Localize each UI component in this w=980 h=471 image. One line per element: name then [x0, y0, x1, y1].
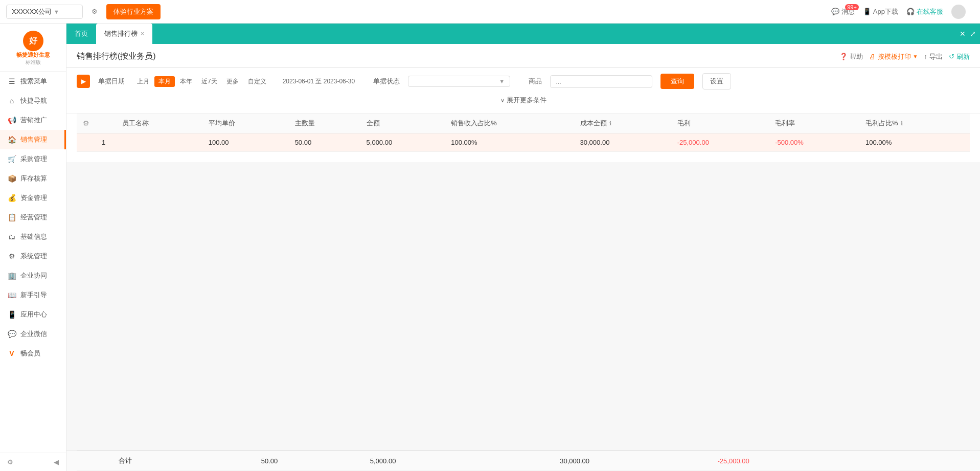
- tab-close-window-icon[interactable]: ✕: [960, 30, 966, 38]
- sidebar-item-member[interactable]: V 畅会员: [0, 344, 66, 363]
- table-header-row: ⚙ 员工名称 平均单价 主数量 全额 销售收入占比% 成本全额: [77, 114, 970, 133]
- sidebar-item-wechat[interactable]: 💬 企业微信: [0, 324, 66, 344]
- help-icon: ❓: [839, 53, 848, 60]
- table-gear-icon[interactable]: ⚙: [83, 119, 89, 127]
- tab-home[interactable]: 首页: [66, 24, 96, 44]
- online-service-button[interactable]: 🎧 在线客服: [906, 7, 943, 16]
- inventory-icon: 📦: [7, 174, 16, 183]
- col-gross: 毛利: [671, 114, 769, 133]
- footer-gross-rate: [877, 451, 923, 471]
- settings-icon[interactable]: ⚙: [87, 4, 102, 19]
- goods-ellipsis: ...: [556, 78, 561, 85]
- footer-sales-pct: [508, 451, 554, 471]
- sidebar-item-base[interactable]: 🗂 基础信息: [0, 227, 66, 246]
- template-print-label: 按模板打印: [878, 52, 911, 61]
- panel-actions: ❓ 帮助 🖨 按模板打印 ▼ ↑ 导出: [839, 52, 970, 61]
- col-name: 员工名称: [116, 114, 202, 133]
- cost-info-icon[interactable]: ℹ: [609, 120, 611, 126]
- date-tab-more[interactable]: 更多: [222, 76, 243, 87]
- collapse-icon[interactable]: ◀: [54, 458, 59, 466]
- table-settings-button[interactable]: 设置: [702, 73, 731, 89]
- col-settings: ⚙: [77, 114, 96, 133]
- refresh-icon: ↺: [949, 53, 954, 60]
- sidebar-item-wechat-label: 企业微信: [20, 329, 47, 339]
- tab-close-icon[interactable]: ×: [141, 30, 144, 37]
- guide-icon: 📖: [7, 291, 16, 299]
- sidebar-item-marketing[interactable]: 📢 营销推广: [0, 110, 66, 130]
- sidebar-item-marketing-label: 营销推广: [20, 116, 47, 125]
- message-button[interactable]: 💬 消息 99+: [831, 7, 855, 16]
- marketing-icon: 📢: [7, 116, 16, 124]
- main-area: 好 畅捷通好生意 标准版 ☰ 搜索菜单 ⌂ 快捷导航 📢 营销推广 🏠 销售管理: [0, 24, 980, 471]
- date-tabs: 上月 本月 本年 近7天 更多 自定义: [133, 76, 270, 87]
- filter-bar: ▶ 单据日期 上月 本月 本年 近7天 更多 自定义 202: [66, 68, 980, 113]
- date-tab-this-month[interactable]: 本月: [154, 76, 175, 87]
- footer-empty-settings: [77, 451, 92, 471]
- date-tab-last-month[interactable]: 上月: [133, 76, 153, 87]
- phone-icon: 📱: [863, 8, 871, 15]
- date-tab-7days[interactable]: 近7天: [197, 76, 221, 87]
- template-print-button[interactable]: 🖨 按模板打印 ▼: [869, 52, 918, 61]
- refresh-button[interactable]: ↺ 刷新: [949, 52, 970, 61]
- date-range: 2023-06-01 至 2023-06-30: [283, 77, 355, 86]
- sidebar-item-operation[interactable]: 📋 经营管理: [0, 208, 66, 227]
- date-tab-this-year[interactable]: 本年: [176, 76, 196, 87]
- row-name: [116, 133, 202, 152]
- help-button[interactable]: ❓ 帮助: [839, 52, 863, 61]
- footer-quantity: 50.00: [255, 451, 364, 471]
- sidebar-item-purchase[interactable]: 🛒 采购管理: [0, 149, 66, 169]
- sidebar-item-search[interactable]: ☰ 搜索菜单: [0, 72, 66, 91]
- sidebar-logo-sub: 标准版: [26, 59, 41, 66]
- tab-expand-icon[interactable]: ⤢: [970, 30, 976, 38]
- footer-table: 合计 50.00 5,000.00 30,000.00 -25,000.00: [77, 451, 970, 471]
- sidebar-item-capital[interactable]: 💰 资金管理: [0, 188, 66, 208]
- row-cost: 30,000.00: [574, 133, 671, 152]
- expand-label: 展开更多条件: [507, 96, 546, 105]
- export-icon: ↑: [924, 53, 928, 60]
- sidebar-item-system[interactable]: ⚙ 系统管理: [0, 246, 66, 266]
- col-rank: [96, 114, 116, 133]
- sidebar-logo-text: 畅捷通好生意: [16, 51, 50, 59]
- status-label: 单据状态: [373, 77, 400, 86]
- goods-input[interactable]: ...: [550, 75, 652, 88]
- home-icon: ⌂: [7, 97, 16, 105]
- trial-button[interactable]: 体验行业方案: [106, 4, 161, 19]
- message-icon: 💬: [831, 8, 839, 15]
- date-tab-custom[interactable]: 自定义: [244, 76, 270, 87]
- main-content: 销售排行榜(按业务员) ❓ 帮助 🖨 按模板打印 ▼: [66, 44, 980, 471]
- sidebar-item-system-label: 系统管理: [20, 252, 47, 261]
- app-download-label: App下载: [873, 7, 898, 16]
- top-bar-right: 💬 消息 99+ 📱 App下载 🎧 在线客服: [831, 5, 974, 19]
- expand-filters-button[interactable]: ∨ 展开更多条件: [500, 93, 546, 108]
- footer-cost: 30,000.00: [554, 451, 711, 471]
- sidebar-item-shortcut[interactable]: ⌂ 快捷导航: [0, 91, 66, 110]
- sidebar-item-guide[interactable]: 📖 新手引导: [0, 285, 66, 305]
- logo-icon: 好: [23, 31, 43, 51]
- query-button[interactable]: 查询: [660, 74, 694, 89]
- filter-toggle-icon[interactable]: ▶: [77, 75, 90, 88]
- app-download-button[interactable]: 📱 App下载: [863, 7, 898, 16]
- tab-sales-ranking[interactable]: 销售排行榜 ×: [96, 24, 152, 44]
- wechat-icon: 💬: [7, 330, 16, 338]
- sidebar-item-inventory[interactable]: 📦 库存核算: [0, 169, 66, 188]
- footer-amount: 5,000.00: [364, 451, 508, 471]
- sidebar-item-sales-label: 销售管理: [20, 135, 47, 144]
- sidebar-item-app[interactable]: 📱 应用中心: [0, 305, 66, 324]
- tab-bar: 首页 销售排行榜 × ✕ ⤢: [66, 24, 980, 44]
- company-selector[interactable]: XXXXXX公司 ▼: [6, 5, 83, 19]
- gross-pct-info-icon[interactable]: ℹ: [901, 120, 903, 126]
- sidebar-item-enterprise[interactable]: 🏢 企业协同: [0, 266, 66, 285]
- goods-label: 商品: [529, 77, 542, 86]
- sidebar-bottom: ⚙ ◀: [0, 453, 66, 471]
- panel-header: 销售排行榜(按业务员) ❓ 帮助 🖨 按模板打印 ▼: [66, 44, 980, 67]
- table-row: 1 100.00 50.00 5,000.00 100.00% 30,000.0…: [77, 133, 970, 152]
- export-button[interactable]: ↑ 导出: [924, 52, 943, 61]
- sidebar-item-search-label: 搜索菜单: [20, 77, 47, 86]
- operation-icon: 📋: [7, 213, 16, 221]
- sidebar-item-sales[interactable]: 🏠 销售管理: [0, 130, 66, 149]
- status-select[interactable]: ▼: [408, 76, 510, 87]
- settings-bottom-icon[interactable]: ⚙: [7, 458, 13, 466]
- sidebar-item-guide-label: 新手引导: [20, 290, 47, 300]
- enterprise-icon: 🏢: [7, 272, 16, 280]
- headset-icon: 🎧: [906, 8, 915, 15]
